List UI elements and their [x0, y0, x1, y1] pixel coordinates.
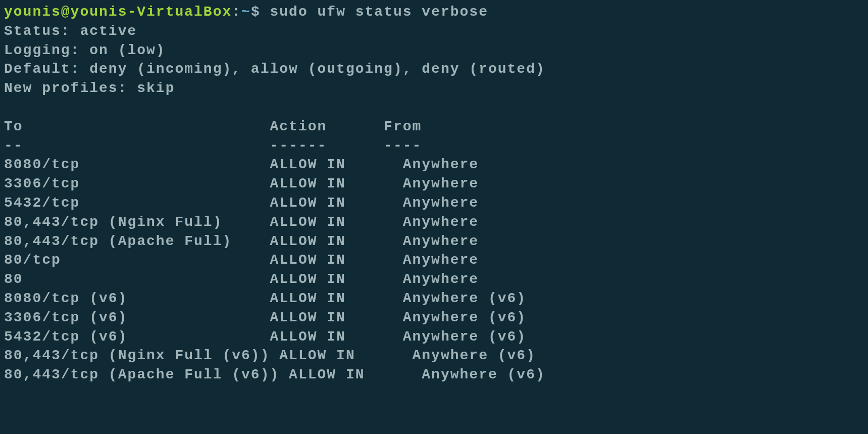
- prompt-line[interactable]: younis@younis-VirtualBox:~$ sudo ufw sta…: [4, 3, 864, 22]
- firewall-rules-table: To Action From -- ------ ---- 8080/tcp A…: [4, 117, 864, 384]
- prompt-path: ~: [241, 4, 251, 20]
- command-text: sudo ufw status verbose: [270, 4, 488, 20]
- prompt-separator: :: [232, 4, 241, 20]
- terminal-output: younis@younis-VirtualBox:~$ sudo ufw sta…: [4, 3, 864, 384]
- status-line-2: Default: deny (incoming), allow (outgoin…: [4, 60, 864, 79]
- blank-line: [4, 98, 864, 117]
- prompt-dollar: $: [251, 4, 261, 20]
- status-line-0: Status: active: [4, 22, 864, 41]
- prompt-user-host: younis@younis-VirtualBox: [4, 4, 232, 20]
- status-line-1: Logging: on (low): [4, 41, 864, 60]
- status-line-3: New profiles: skip: [4, 79, 864, 98]
